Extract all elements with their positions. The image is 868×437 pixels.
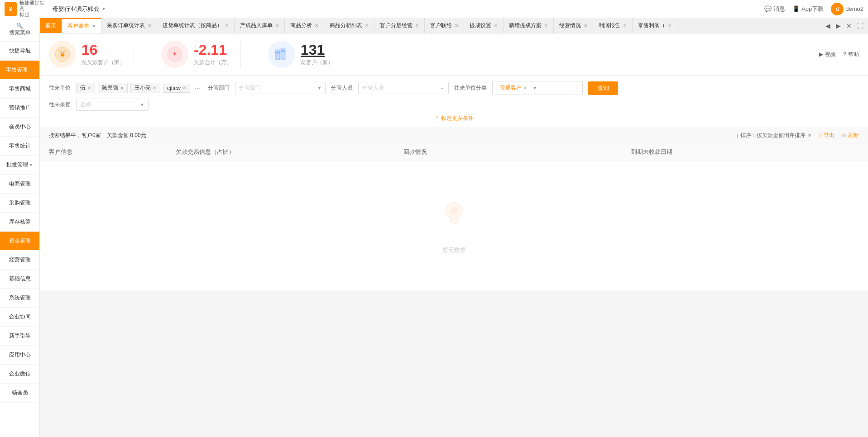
avatar: d [831, 3, 844, 15]
tab-close-icon[interactable]: ✕ [415, 23, 419, 28]
dept-select[interactable]: 分管部门 ▼ [235, 82, 326, 94]
refresh-btn[interactable]: ↻ 刷新 [842, 132, 859, 139]
help-btn[interactable]: ? 帮助 [843, 51, 859, 58]
sidebar-item-app-center[interactable]: 应用中心 [0, 346, 39, 365]
sidebar-item-ecommerce[interactable]: 电商管理 [0, 175, 39, 194]
tab-commission-settings[interactable]: 提成设置 ✕ [464, 18, 504, 33]
tab-close-icon[interactable]: ✕ [494, 23, 498, 28]
message-btn[interactable]: 💬 消息 [764, 5, 785, 13]
customers-owed-value: 16 [82, 43, 125, 57]
tag-remove-wu[interactable]: ✕ [87, 86, 91, 90]
header-left: ¥ 畅捷通好生意 标版 母婴行业演示账套 ▼ [5, 0, 106, 18]
svg-text:✦: ✦ [172, 50, 177, 57]
tab-close-icon[interactable]: ✕ [315, 23, 318, 28]
sidebar-quick-nav[interactable]: 快捷导航 [0, 42, 39, 61]
sidebar-item-purchase[interactable]: 采购管理 [0, 194, 39, 213]
data-table: 客户信息 欠款交易信息（占比） 回款情况 到期未收款日期 [40, 143, 868, 290]
tab-product-analysis-list[interactable]: 商品分析列表 ✕ [324, 18, 374, 33]
tab-close-icon[interactable]: ✕ [623, 23, 627, 28]
balance-filter-label: 往来余额 [49, 101, 71, 109]
sidebar-item-newbie[interactable]: 新手引导 [0, 327, 39, 346]
sidebar-item-retail-store[interactable]: 零售商城 [0, 80, 39, 99]
tab-next-btn[interactable]: ▶ [834, 21, 843, 30]
sidebar-item-wechat[interactable]: 企业微信 [0, 365, 39, 384]
col-due-date: 到期未收款日期 [631, 148, 859, 156]
tab-product-analysis[interactable]: 商品分析 ✕ [285, 18, 324, 33]
tag-remove-cjttcw[interactable]: ✕ [182, 86, 186, 90]
tab-close-icon[interactable]: ✕ [365, 23, 369, 28]
tab-close-icon[interactable]: ✕ [92, 24, 96, 28]
filter-collapse-btn[interactable]: ⌃ 收起更多条件 [49, 114, 859, 122]
export-btn[interactable]: ↑ 导出 [819, 132, 834, 139]
tab-customer-contact[interactable]: 客户联络 ✕ [425, 18, 464, 33]
tab-close-icon[interactable]: ✕ [668, 23, 671, 28]
total-customers-value: 131 [301, 43, 333, 57]
svg-rect-4 [275, 50, 280, 60]
company-selector[interactable]: 母婴行业演示账套 ▼ [53, 5, 106, 13]
unit-class-chevron-icon: ▼ [532, 86, 537, 90]
col-repayment: 回款情况 [403, 148, 631, 156]
tab-add-commission[interactable]: 新增提成方案 ✕ [504, 18, 554, 33]
tab-customer-tier[interactable]: 客户分层经营 ✕ [374, 18, 425, 33]
query-button[interactable]: 查询 [588, 81, 618, 95]
main-layout: 🔍 搜索菜单 快捷导航 零售管理 ▲ 零售商城 营销推广 会员中心 零售统计 批… [0, 18, 868, 437]
sidebar-item-finance[interactable]: 资金管理 [0, 232, 39, 251]
tab-close-icon[interactable]: ✕ [544, 23, 548, 28]
sidebar-item-wholesale[interactable]: 批发管理 ▼ [0, 156, 39, 175]
owed-total-value: -2.11 [194, 43, 232, 57]
chevron-icon: ▲ [29, 67, 34, 72]
unit-class-tag-remove[interactable]: ✕ [523, 86, 527, 90]
sidebar-search[interactable]: 🔍 搜索菜单 [0, 18, 39, 42]
tab-close-icon[interactable]: ✕ [275, 23, 279, 28]
sort-select[interactable]: ↕ 排序：按欠款金额倒序排序 ▼ [736, 132, 812, 139]
video-icon: ▶ [819, 51, 823, 57]
svg-text:¥: ¥ [60, 50, 65, 59]
tab-stock-stats-by-product[interactable]: 进货单统计表（按商品） ✕ [157, 18, 235, 33]
tab-purchase-order-stats[interactable]: 采购订单统计表 ✕ [101, 18, 157, 33]
video-btn[interactable]: ▶ 视频 [819, 51, 836, 58]
tab-expand-btn[interactable]: ⛶ [855, 21, 865, 30]
sidebar-item-member[interactable]: 会员中心 [0, 118, 39, 137]
tab-close-icon[interactable]: ✕ [225, 23, 229, 28]
filter-row-1: 往来单位 伍 ✕ 陈民强 ✕ 王小亮 ✕ [49, 81, 859, 95]
tag-remove-wang[interactable]: ✕ [153, 86, 156, 90]
sidebar-item-retail-mgmt[interactable]: 零售管理 ▲ [0, 61, 39, 80]
tab-close-icon[interactable]: ✕ [584, 23, 587, 28]
tab-close-icon[interactable]: ✕ [148, 23, 151, 28]
sidebar-item-inventory[interactable]: 库存核算 [0, 213, 39, 232]
sort-icon: ↕ [736, 133, 739, 139]
user-area[interactable]: d demo2 [831, 3, 863, 15]
sidebar-item-vip[interactable]: 畅会员 [0, 384, 39, 403]
sidebar-item-basics[interactable]: 基础信息 [0, 270, 39, 289]
stat-card-customers-owed: ¥ 16 总欠款客户（家） [49, 41, 143, 68]
tab-finished-goods[interactable]: 产成品入库单 ✕ [235, 18, 285, 33]
tab-operations[interactable]: 经营情况 ✕ [554, 18, 593, 33]
tab-customer-ledger[interactable]: 客户账本 ✕ [62, 18, 101, 33]
customers-owed-label: 总欠款客户（家） [82, 59, 125, 66]
filter-tag-wang: 王小亮 ✕ [130, 83, 160, 93]
tab-prev-btn[interactable]: ◀ [824, 21, 832, 30]
person-select[interactable]: 分管人员 ··· [358, 82, 449, 94]
filter-more-btn[interactable]: ··· [193, 84, 202, 92]
svg-rect-5 [281, 48, 285, 60]
sidebar-item-system[interactable]: 系统管理 [0, 289, 39, 308]
app-download-btn[interactable]: 📱 App下载 [792, 5, 824, 13]
tab-home[interactable]: 首页 [40, 18, 62, 33]
unit-class-select[interactable]: 普通客户 ✕ ▼ [492, 81, 583, 95]
owed-total-label: 欠款合计（万） [194, 59, 232, 66]
tab-profit-report[interactable]: 利润报告 ✕ [593, 18, 633, 33]
tab-close-icon[interactable]: ✕ [455, 23, 458, 28]
tag-remove-chen[interactable]: ✕ [120, 86, 124, 90]
col-customer-info: 客户信息 [49, 148, 176, 156]
sidebar-item-retail-stats[interactable]: 零售统计 [0, 137, 39, 156]
tab-close-all-btn[interactable]: ✕ [844, 21, 854, 30]
help-icon: ? [843, 51, 846, 57]
sidebar-item-operations[interactable]: 经营管理 [0, 251, 39, 270]
sidebar-item-collab[interactable]: 企业协同 [0, 308, 39, 327]
logo-area: ¥ 畅捷通好生意 标版 [5, 0, 44, 18]
sidebar-item-marketing[interactable]: 营销推广 [0, 99, 39, 118]
stats-bar: ¥ 16 总欠款客户（家） ✦ [40, 33, 868, 76]
filter-tags-unit: 伍 ✕ 陈民强 ✕ 王小亮 ✕ cjttcw ✕ [76, 83, 202, 93]
tab-retail-profit[interactable]: 零售利润（ ✕ [633, 18, 677, 33]
balance-select[interactable]: 选择... ▼ [76, 99, 149, 111]
